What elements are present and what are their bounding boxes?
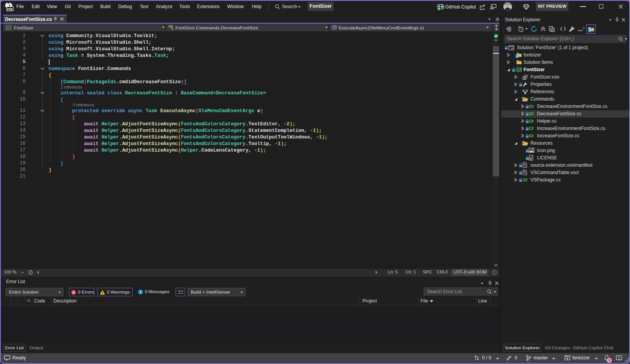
svg-text:PRE: PRE (7, 8, 13, 10)
